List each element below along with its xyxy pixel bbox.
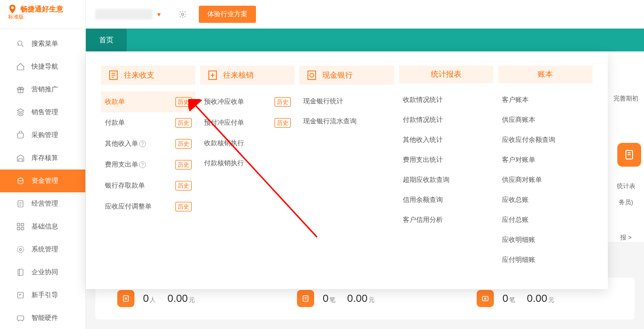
col-header: 往来收支 — [101, 66, 195, 85]
peek-text: 统计表 — [617, 182, 635, 190]
svg-point-15 — [182, 13, 184, 16]
menu-item-ap-general[interactable]: 应付总账 — [498, 210, 593, 230]
settings-button[interactable] — [176, 8, 189, 21]
history-badge[interactable]: 历史 — [275, 118, 291, 128]
history-badge[interactable]: 历史 — [175, 181, 192, 190]
history-badge[interactable]: 历史 — [175, 118, 192, 128]
menu-item-receipt[interactable]: 收款单 历史 — [101, 91, 195, 112]
menu-item-payment-writeoff[interactable]: 付款核销执行 — [200, 153, 295, 173]
nav-collab[interactable]: 企业协同 — [0, 261, 85, 284]
search-icon — [16, 40, 25, 48]
history-badge[interactable]: 历史 — [275, 97, 291, 107]
nav-newbie[interactable]: 新手引导 — [0, 284, 85, 307]
nav-label: 企业协同 — [31, 268, 58, 277]
menu-item-customer-statement[interactable]: 客户对账单 — [498, 150, 593, 170]
item-label: 付款核销执行 — [204, 159, 244, 168]
nav-inventory[interactable]: 库存核算 — [0, 147, 85, 169]
menu-item-ar-general[interactable]: 应收总账 — [498, 190, 593, 210]
sales-icon — [16, 108, 25, 117]
menu-item-cashbank-stats[interactable]: 现金银行统计 — [299, 91, 394, 111]
item-label: 超期应收款查询 — [403, 176, 450, 184]
menu-item-credit-balance[interactable]: 信用余额查询 — [399, 190, 493, 210]
menu-item-receipt-writeoff[interactable]: 收款核销执行 — [200, 133, 295, 153]
item-label: 供应商账本 — [502, 116, 535, 124]
col-header: 统计报表 — [399, 66, 493, 83]
history-badge[interactable]: 历史 — [175, 97, 192, 107]
menu-item-supplier-statement[interactable]: 供应商对账单 — [498, 170, 593, 190]
logo-icon — [7, 4, 18, 14]
warehouse-icon — [16, 154, 25, 162]
menu-item-prepaid-payable[interactable]: 预付冲应付单 历史 — [200, 112, 295, 133]
menu-item-credit-analysis[interactable]: 客户信用分析 — [399, 210, 493, 230]
menu-item-prepaid-receivable[interactable]: 预收冲应收单 历史 — [200, 91, 295, 112]
nav-purchase[interactable]: 采购管理 — [0, 124, 85, 147]
nav-sales[interactable]: 销售管理 — [0, 101, 85, 124]
floating-action-button[interactable] — [617, 143, 641, 167]
menu-item-customer-ledger[interactable]: 客户账本 — [498, 90, 593, 110]
stat-unit: 笔 — [509, 296, 515, 303]
item-label: 应收应付余额查询 — [502, 136, 555, 144]
nav-finance[interactable]: 资金管理 — [0, 169, 85, 192]
menu-col-cashbank: 现金银行 现金银行统计 现金银行流水查询 — [299, 66, 394, 270]
nav-system[interactable]: 系统管理 — [0, 238, 85, 261]
gift-icon — [16, 85, 25, 94]
item-label: 其他收入单 — [105, 140, 138, 147]
col-title: 往来收支 — [124, 70, 154, 80]
col-title: 往来核销 — [223, 70, 254, 80]
col-header: 往来核销 — [200, 66, 295, 85]
item-label: 收款情况统计 — [403, 96, 443, 104]
svg-rect-9 — [21, 228, 24, 230]
collab-icon — [16, 268, 25, 277]
tab-bar: 首页 — [86, 29, 644, 51]
brand-edition: 标准版 — [8, 13, 24, 20]
nav-label: 新手引导 — [31, 291, 58, 299]
brand-name: 畅捷通好生意 — [20, 5, 63, 14]
menu-item-cashbank-flow[interactable]: 现金银行流水查询 — [299, 111, 394, 131]
col-header: 账本 — [498, 66, 593, 83]
item-label: 供应商对账单 — [502, 176, 542, 184]
menu-item-supplier-ledger[interactable]: 供应商账本 — [498, 110, 593, 130]
item-label: 现金银行流水查询 — [303, 117, 357, 126]
peek-text: 报 > — [620, 233, 632, 242]
menu-item-other-income[interactable]: 其他收入单? 历史 — [101, 133, 195, 154]
menu-item-receipt-stats[interactable]: 收款情况统计 — [399, 90, 493, 110]
item-label: 银行存取款单 — [105, 181, 145, 190]
menu-item-expense[interactable]: 费用支出单? 历史 — [101, 154, 195, 175]
nav-basicinfo[interactable]: 基础信息 — [0, 215, 85, 238]
menu-item-expense-stats[interactable]: 费用支出统计 — [399, 150, 493, 170]
menu-item-adjustment[interactable]: 应收应付调整单 历史 — [101, 196, 195, 217]
nav-hardware[interactable]: 智能硬件 — [0, 307, 85, 329]
menu-item-ar-ap-balance[interactable]: 应收应付余额查询 — [498, 130, 593, 150]
menu-item-overdue-query[interactable]: 超期应收款查询 — [399, 170, 493, 190]
menu-item-bank-transfer[interactable]: 银行存取款单 历史 — [101, 175, 195, 196]
history-badge[interactable]: 历史 — [175, 202, 192, 211]
stat-block-people: 0人 0.00元 — [95, 290, 275, 307]
menu-item-payment-stats[interactable]: 付款情况统计 — [399, 110, 493, 130]
menu-item-ap-detail[interactable]: 应付明细账 — [498, 250, 593, 270]
nav-marketing[interactable]: 营销推广 — [0, 78, 85, 101]
finance-mega-menu: 往来收支 收款单 历史 付款单 历史 其他收入单? 历史 费用支出单? 历史 银… — [86, 51, 608, 289]
menu-item-ar-detail[interactable]: 应收明细账 — [498, 230, 593, 250]
home-icon — [16, 62, 25, 71]
menu-col-ledger: 账本 客户账本 供应商账本 应收应付余额查询 客户对账单 供应商对账单 应收总账… — [498, 66, 593, 270]
tab-home[interactable]: 首页 — [86, 29, 127, 51]
peek-text: 完善期初 — [613, 94, 638, 103]
help-icon[interactable]: ? — [139, 140, 146, 147]
menu-item-payment[interactable]: 付款单 历史 — [101, 112, 195, 133]
item-label: 费用支出单 — [105, 160, 138, 168]
stat-unit: 笔 — [329, 296, 336, 303]
item-label: 现金银行统计 — [303, 97, 343, 106]
org-selector[interactable]: ▾ — [95, 9, 161, 20]
nav-quicknav[interactable]: 快捷导航 — [0, 55, 85, 78]
history-badge[interactable]: 历史 — [175, 160, 192, 169]
help-icon[interactable]: ? — [139, 161, 146, 168]
history-badge[interactable]: 历史 — [175, 139, 192, 149]
menu-item-other-income-stats[interactable]: 其他收入统计 — [399, 130, 493, 150]
receipt-icon — [108, 70, 119, 81]
menu-col-reports: 统计报表 收款情况统计 付款情况统计 其他收入统计 费用支出统计 超期应收款查询… — [399, 66, 493, 270]
settings-icon — [16, 245, 25, 254]
col-title: 账本 — [538, 70, 553, 80]
trial-button[interactable]: 体验行业方案 — [199, 6, 256, 23]
nav-operation[interactable]: 经营管理 — [0, 192, 85, 215]
nav-search[interactable]: 搜索菜单 — [0, 32, 85, 55]
